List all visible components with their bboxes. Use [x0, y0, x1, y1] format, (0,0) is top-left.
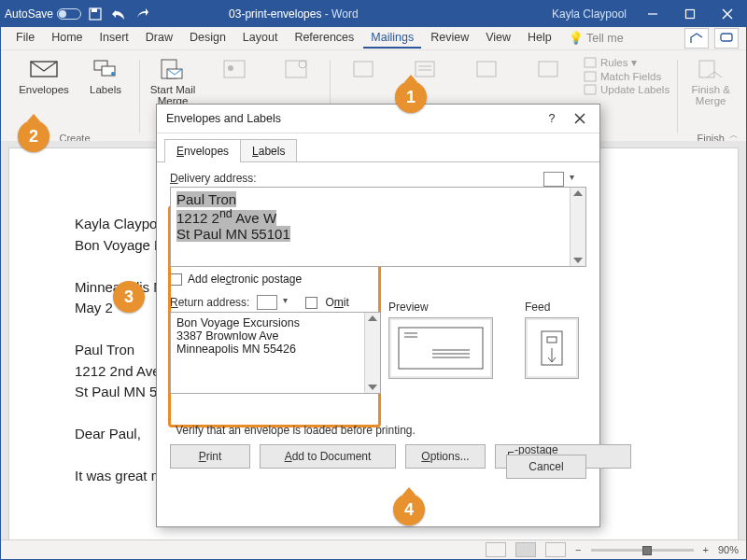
- return-address-input[interactable]: Bon Voyage Excursions 3387 Brownlow Ave …: [170, 312, 381, 394]
- preview-feed-row: Preview Feed: [388, 301, 579, 379]
- tab-references[interactable]: References: [287, 28, 361, 49]
- highlight-icon: [348, 56, 378, 82]
- close-icon: [574, 113, 585, 124]
- update-labels-button[interactable]: Update Labels: [584, 84, 669, 95]
- svg-rect-3: [686, 10, 695, 19]
- dialog-header[interactable]: Envelopes and Labels ?: [157, 105, 599, 133]
- svg-rect-13: [224, 61, 245, 77]
- addr-line: Minneapolis MN 55426: [176, 343, 296, 356]
- svg-rect-24: [585, 72, 596, 81]
- svg-rect-23: [585, 58, 596, 67]
- dialog-tabs: Envelopes Labels: [157, 139, 599, 162]
- rules-icon: [584, 57, 597, 68]
- document-title: 03-print-envelopes - Word: [229, 7, 359, 21]
- tab-envelopes[interactable]: Envelopes: [164, 139, 241, 162]
- dialog-close-button[interactable]: [566, 107, 594, 130]
- step-2: 2: [18, 120, 49, 152]
- envelope-icon: [29, 56, 59, 82]
- feed-preview[interactable]: [525, 317, 579, 379]
- edit-recipients-icon: [281, 56, 311, 82]
- step-4: 4: [393, 494, 425, 525]
- titlebar: AutoSave 03-print-envelopes - Word Kayla…: [1, 1, 746, 27]
- zoom-out-button[interactable]: −: [575, 544, 581, 555]
- zoom-in-button[interactable]: +: [703, 544, 709, 555]
- tab-mailings[interactable]: Mailings: [363, 28, 421, 49]
- redo-icon[interactable]: [135, 8, 148, 20]
- labels-button[interactable]: Labels: [79, 56, 132, 95]
- options-button[interactable]: Options...: [405, 444, 486, 469]
- share-button[interactable]: [684, 28, 709, 49]
- feed-label: Feed: [525, 301, 579, 314]
- mail-merge-icon: [158, 56, 188, 82]
- save-icon[interactable]: [89, 7, 102, 21]
- return-address-label: Return address:: [170, 296, 249, 309]
- return-address-book-button[interactable]: [257, 295, 277, 310]
- print-button[interactable]: Print: [170, 444, 250, 469]
- finish-icon: [696, 56, 726, 82]
- svg-rect-22: [539, 62, 557, 77]
- add-electronic-postage-checkbox[interactable]: Add electronic postage: [170, 273, 586, 286]
- app-name: - Word: [321, 7, 358, 21]
- dialog-title: Envelopes and Labels: [166, 112, 538, 125]
- addr-line: 3387 Brownlow Ave: [176, 329, 279, 343]
- close-button[interactable]: [709, 1, 746, 27]
- tab-view[interactable]: View: [478, 28, 518, 49]
- tab-review[interactable]: Review: [423, 28, 476, 49]
- checkbox-icon: [170, 273, 182, 286]
- rules-button[interactable]: Rules ▾: [584, 56, 669, 69]
- envelopes-button[interactable]: Envelopes: [18, 56, 70, 95]
- scrollbar[interactable]: [570, 188, 585, 266]
- tell-me[interactable]: 💡 Tell me: [561, 28, 631, 49]
- tab-help[interactable]: Help: [520, 28, 559, 49]
- envelope-preview[interactable]: [388, 317, 493, 379]
- greeting-line-button[interactable]: [460, 56, 513, 82]
- collapse-ribbon-button[interactable]: ︿: [729, 129, 739, 142]
- signed-in-user[interactable]: Kayla Claypool: [552, 7, 627, 21]
- tab-draw[interactable]: Draw: [138, 28, 180, 49]
- step-3: 3: [113, 281, 145, 313]
- dialog-help-button[interactable]: ?: [538, 107, 566, 130]
- add-to-document-button[interactable]: Add to Document: [260, 444, 396, 469]
- write-fields-small: Rules ▾ Match Fields Update Labels: [584, 56, 669, 95]
- greeting-icon: [472, 56, 501, 82]
- insert-merge-field-button[interactable]: [522, 56, 574, 82]
- print-layout-button[interactable]: [515, 542, 536, 557]
- finish-merge-button[interactable]: Finish & Merge: [684, 56, 737, 106]
- select-recipients-button[interactable]: [208, 56, 261, 95]
- cancel-button[interactable]: Cancel: [506, 455, 586, 479]
- autosave-toggle[interactable]: AutoSave: [5, 7, 81, 21]
- merge-field-icon: [533, 56, 563, 82]
- tab-home[interactable]: Home: [44, 28, 90, 49]
- svg-rect-29: [399, 328, 483, 369]
- read-mode-button[interactable]: [486, 542, 506, 557]
- addr-line: Paul Tron: [176, 191, 236, 207]
- zoom-slider[interactable]: [591, 549, 694, 552]
- tab-design[interactable]: Design: [182, 28, 233, 49]
- window-controls: [634, 1, 746, 27]
- address-book-button[interactable]: [543, 172, 564, 187]
- svg-rect-21: [477, 62, 496, 77]
- tab-file[interactable]: File: [8, 28, 42, 49]
- highlight-fields-button[interactable]: [337, 56, 389, 82]
- app-window: AutoSave 03-print-envelopes - Word Kayla…: [0, 0, 747, 560]
- minimize-button[interactable]: [634, 1, 671, 27]
- match-fields-button[interactable]: Match Fields: [584, 71, 669, 82]
- scrollbar[interactable]: [364, 313, 380, 393]
- edit-recipients-button[interactable]: [270, 56, 322, 95]
- svg-rect-18: [416, 62, 434, 77]
- addr-line: Bon Voyage Excursions: [176, 316, 300, 329]
- tab-insert[interactable]: Insert: [92, 28, 136, 49]
- omit-checkbox[interactable]: [305, 297, 317, 309]
- delivery-address-input[interactable]: Paul Tron 1212 2nd Ave W St Paul MN 5510…: [170, 187, 586, 267]
- zoom-level[interactable]: 90%: [718, 544, 739, 555]
- start-mail-merge-button[interactable]: Start Mail Merge: [147, 56, 199, 106]
- tab-labels[interactable]: Labels: [240, 139, 297, 162]
- labels-icon: [91, 56, 120, 82]
- tab-layout[interactable]: Layout: [235, 28, 286, 49]
- svg-rect-1: [92, 8, 97, 12]
- autosave-label: AutoSave: [5, 7, 53, 21]
- comments-button[interactable]: [714, 28, 739, 49]
- undo-icon[interactable]: [111, 8, 126, 20]
- maximize-button[interactable]: [671, 1, 709, 27]
- web-layout-button[interactable]: [545, 542, 566, 557]
